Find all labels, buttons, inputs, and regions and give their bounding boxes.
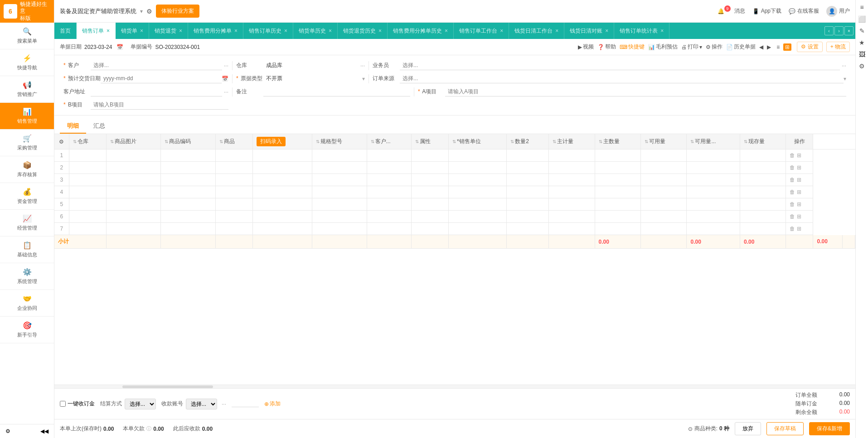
delivery-input[interactable] bbox=[101, 74, 222, 83]
add-logistics-btn[interactable]: + 物流 bbox=[826, 42, 850, 52]
copy-icon[interactable]: ⊞ bbox=[797, 213, 801, 220]
sidebar-item-新手引导[interactable]: 🎯新手引导 bbox=[0, 317, 54, 343]
cell-product[interactable] bbox=[216, 162, 253, 174]
cell-attribute[interactable] bbox=[411, 198, 448, 211]
print-btn[interactable]: 🖨 打印 ▾ bbox=[681, 43, 702, 51]
tab-close-icon-9[interactable]: × bbox=[500, 28, 503, 34]
sort-icon-product[interactable]: ⇅ bbox=[219, 139, 223, 144]
cell-main_unit[interactable] bbox=[549, 174, 595, 186]
cell-qty2[interactable] bbox=[507, 186, 549, 198]
cell-scan[interactable] bbox=[253, 223, 312, 235]
cell-current[interactable] bbox=[740, 198, 786, 211]
sort-icon-spec[interactable]: ⇅ bbox=[316, 139, 320, 144]
cell-product[interactable] bbox=[216, 211, 253, 223]
cell-scan[interactable] bbox=[253, 186, 312, 198]
tab-close-icon-12[interactable]: × bbox=[660, 28, 664, 34]
settlement-select[interactable]: 选择... bbox=[125, 399, 156, 409]
settings-icon[interactable]: ⚙ bbox=[857, 61, 868, 72]
cell-available[interactable] bbox=[641, 186, 687, 198]
cell-customer_code[interactable] bbox=[367, 186, 411, 198]
app-download-btn[interactable]: 📱 App下载 bbox=[752, 7, 781, 15]
table-tab-1[interactable]: 汇总 bbox=[86, 119, 112, 134]
cell-image[interactable] bbox=[106, 223, 161, 235]
cell-attribute[interactable] bbox=[411, 174, 448, 186]
cell-code[interactable] bbox=[161, 186, 216, 198]
tab-11[interactable]: 钱货日清对账× bbox=[564, 23, 614, 39]
cell-current[interactable] bbox=[740, 223, 786, 235]
tab-3[interactable]: 销货退货× bbox=[149, 23, 188, 39]
cell-spec[interactable] bbox=[312, 186, 367, 198]
grid-view-icon[interactable]: ≡ bbox=[776, 44, 780, 50]
tab-9[interactable]: 销售订单工作台× bbox=[454, 23, 509, 39]
col-product[interactable]: ⇅商品 bbox=[216, 134, 253, 149]
cell-spec[interactable] bbox=[312, 162, 367, 174]
cell-scan[interactable] bbox=[253, 174, 312, 186]
settings-topbar-icon[interactable]: ⚙ bbox=[146, 8, 152, 15]
customer-input[interactable] bbox=[91, 61, 222, 70]
cell-main_qty[interactable] bbox=[595, 149, 640, 162]
profit-btn[interactable]: 📊 毛利预估 bbox=[648, 43, 678, 51]
col-spec[interactable]: ⇅规格型号 bbox=[312, 134, 367, 149]
sidebar-item-搜索菜单[interactable]: 🔍搜索菜单 bbox=[0, 23, 54, 49]
cell-main_qty[interactable] bbox=[595, 174, 640, 186]
sort-icon-code[interactable]: ⇅ bbox=[165, 139, 168, 144]
cell-main_unit[interactable] bbox=[549, 211, 595, 223]
sort-icon-image[interactable]: ⇅ bbox=[110, 139, 114, 144]
cell-sales_unit[interactable] bbox=[448, 223, 506, 235]
cell-customer_code[interactable] bbox=[367, 149, 411, 162]
order-source-dropdown-icon[interactable]: ▾ bbox=[844, 76, 846, 82]
cell-sales_unit[interactable] bbox=[448, 174, 506, 186]
cell-op[interactable]: 🗑⊞ bbox=[786, 162, 813, 174]
cell-qty2[interactable] bbox=[507, 211, 549, 223]
cell-warehouse[interactable] bbox=[69, 186, 106, 198]
cell-code[interactable] bbox=[161, 223, 216, 235]
copy-icon[interactable]: ⊞ bbox=[797, 226, 801, 232]
cell-sales_unit[interactable] bbox=[448, 149, 506, 162]
copy-icon[interactable]: ⊞ bbox=[797, 152, 801, 159]
sidebar-item-系统管理[interactable]: ⚙️系统管理 bbox=[0, 263, 54, 290]
box-icon[interactable]: ⬜ bbox=[857, 14, 868, 24]
cell-warehouse[interactable] bbox=[69, 223, 106, 235]
cell-attribute[interactable] bbox=[411, 186, 448, 198]
b-project-input[interactable] bbox=[91, 100, 228, 110]
col-gear[interactable]: ⚙ bbox=[54, 134, 69, 149]
cell-attribute[interactable] bbox=[411, 211, 448, 223]
cell-customer_code[interactable] bbox=[367, 162, 411, 174]
sort-icon-current[interactable]: ⇅ bbox=[744, 139, 747, 144]
sidebar-item-营销推广[interactable]: 📢营销推广 bbox=[0, 76, 54, 103]
tab-7[interactable]: 销货退货历史× bbox=[338, 23, 388, 39]
account-select[interactable]: 选择... bbox=[186, 399, 217, 409]
cell-available2[interactable] bbox=[687, 211, 740, 223]
date-value[interactable]: 2023-03-24 bbox=[84, 44, 112, 50]
tab-close-icon-4[interactable]: × bbox=[234, 28, 238, 34]
address-dots-icon[interactable]: ··· bbox=[224, 89, 228, 95]
cell-main_unit[interactable] bbox=[549, 223, 595, 235]
delete-icon[interactable]: 🗑 bbox=[790, 152, 795, 159]
cell-main_qty[interactable] bbox=[595, 162, 640, 174]
collapse-icon[interactable]: ◀◀ bbox=[40, 428, 48, 434]
cell-current[interactable] bbox=[740, 162, 786, 174]
cell-current[interactable] bbox=[740, 174, 786, 186]
cell-qty2[interactable] bbox=[507, 149, 549, 162]
cell-scan[interactable] bbox=[253, 162, 312, 174]
a-project-input[interactable] bbox=[445, 87, 846, 96]
cell-main_unit[interactable] bbox=[549, 186, 595, 198]
sort-icon-attribute[interactable]: ⇅ bbox=[415, 139, 419, 144]
save-draft-button[interactable]: 保存草稿 bbox=[766, 422, 804, 435]
notifications-btn[interactable]: 🔔 9 消息 bbox=[718, 7, 745, 15]
cell-qty2[interactable] bbox=[507, 223, 549, 235]
tab-close-icon-2[interactable]: × bbox=[140, 28, 143, 34]
cell-code[interactable] bbox=[161, 174, 216, 186]
add-payment-btn[interactable]: ⊕ 添加 bbox=[264, 400, 281, 408]
tab-5[interactable]: 销售订单历史× bbox=[243, 23, 293, 39]
cell-spec[interactable] bbox=[312, 211, 367, 223]
tab-more-btn[interactable]: × bbox=[844, 26, 853, 35]
sort-icon-warehouse[interactable]: ⇅ bbox=[73, 139, 77, 144]
sort-icon-available2[interactable]: ⇅ bbox=[690, 139, 694, 144]
cell-customer_code[interactable] bbox=[367, 223, 411, 235]
sidebar-item-基础信息[interactable]: 📋基础信息 bbox=[0, 236, 54, 263]
address-input[interactable] bbox=[91, 87, 222, 96]
copy-icon[interactable]: ⊞ bbox=[797, 164, 801, 171]
sidebar-item-快捷导航[interactable]: ⚡快捷导航 bbox=[0, 49, 54, 76]
view-btn[interactable]: ▶ 视频 bbox=[578, 43, 594, 51]
